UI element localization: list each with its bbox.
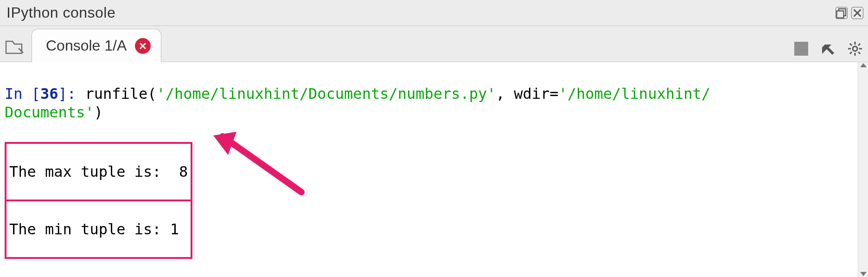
scroll-up-icon[interactable] (860, 63, 867, 67)
svg-line-14 (850, 52, 852, 54)
highlighted-output-box: The max tuple is: 8 The min tuple is: 1 (5, 142, 192, 259)
svg-line-11 (850, 44, 852, 45)
browse-tabs-icon[interactable] (3, 36, 26, 59)
stop-kernel-icon[interactable] (793, 40, 810, 57)
output-line-2: The min tuple is: 1 (9, 220, 188, 238)
panel-title: IPython console (6, 4, 115, 21)
tab-bar: Console 1/A (0, 26, 868, 62)
input-line-36: In [36]: runfile('/home/linuxhint/Docume… (5, 84, 863, 122)
window-controls (836, 7, 863, 19)
clear-console-icon[interactable] (820, 40, 836, 57)
close-tab-icon[interactable] (135, 38, 151, 54)
console-tab[interactable]: Console 1/A (32, 29, 161, 62)
console-toolbar (793, 40, 863, 57)
svg-line-13 (858, 44, 860, 45)
output-line-1: The max tuple is: 8 (9, 162, 188, 181)
close-panel-icon[interactable] (851, 7, 863, 19)
console-output-area[interactable]: In [36]: runfile('/home/linuxhint/Docume… (0, 62, 868, 277)
svg-line-12 (858, 52, 860, 54)
svg-rect-1 (837, 11, 844, 18)
svg-point-6 (853, 46, 857, 51)
scroll-down-icon[interactable] (860, 272, 867, 276)
tab-label: Console 1/A (46, 37, 127, 54)
ipython-console-panel: IPython console Console 1/A (0, 0, 868, 277)
vertical-scrollbar[interactable] (858, 62, 868, 277)
options-gear-icon[interactable] (847, 40, 863, 57)
panel-title-bar: IPython console (0, 0, 868, 26)
restore-window-icon[interactable] (836, 7, 848, 19)
